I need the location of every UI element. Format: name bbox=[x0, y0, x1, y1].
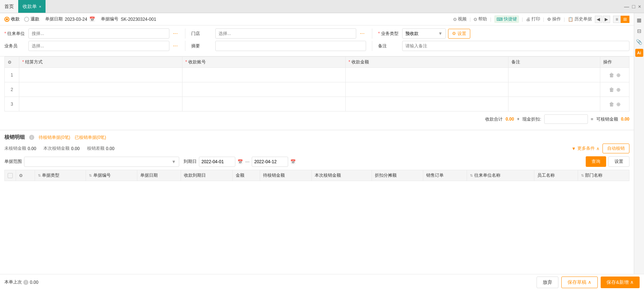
select-all-checkbox[interactable] bbox=[8, 173, 13, 178]
shop-dots-btn[interactable]: ··· bbox=[358, 30, 366, 37]
tab-receipt[interactable]: 收款单 × bbox=[18, 0, 46, 13]
required-mark-counterparty: * bbox=[4, 31, 6, 36]
nav-next[interactable]: ▶ bbox=[603, 16, 610, 23]
help-btn[interactable]: ⊙ 帮助 bbox=[474, 16, 487, 22]
delete-row-3-btn[interactable]: 🗑 bbox=[609, 101, 614, 107]
delete-row-2-btn[interactable]: 🗑 bbox=[609, 87, 614, 93]
toolbar: 收款 退款 单据日期 2023-03-24 📅 单据编号 SK-20230324… bbox=[0, 13, 634, 26]
table-gear-icon[interactable]: ⚙ bbox=[8, 60, 12, 65]
filter-range-select[interactable]: ▼ bbox=[24, 157, 179, 167]
filter-range-field: 单据范围 ▼ bbox=[4, 157, 179, 167]
settlement-cell-1[interactable] bbox=[19, 68, 182, 82]
operation-btn[interactable]: ⚙ 操作 bbox=[547, 16, 561, 22]
video-btn[interactable]: ⊙ 视频 bbox=[453, 16, 467, 22]
tab-home[interactable]: 首页 bbox=[0, 0, 18, 13]
account-cell-1[interactable] bbox=[182, 68, 345, 82]
from-date-calendar-icon[interactable]: 📅 bbox=[237, 159, 243, 164]
more-conditions-btn[interactable]: ▼ 更多条件 ∧ bbox=[572, 145, 600, 152]
bottom-table-gear-icon[interactable]: ⚙ bbox=[19, 173, 23, 178]
th-sales-order: 销售订单 bbox=[423, 170, 467, 181]
amount-cell-1[interactable] bbox=[345, 68, 508, 82]
discount-input[interactable] bbox=[544, 114, 588, 124]
completed-tab-link[interactable]: 已核销单据(0笔) bbox=[75, 134, 106, 141]
th-doc-num-label: 单据编号 bbox=[93, 173, 111, 178]
right-panel-ai-btn[interactable]: Ai bbox=[635, 49, 643, 57]
abandon-btn[interactable]: 放弃 bbox=[537, 277, 558, 288]
copy-row-1-btn[interactable]: ⊕ bbox=[616, 72, 621, 78]
remark-cell-2[interactable] bbox=[508, 82, 600, 97]
business-type-label: * 业务类型 bbox=[378, 31, 400, 37]
radio-refund[interactable]: 退款 bbox=[24, 16, 39, 22]
save-draft-btn[interactable]: 保存草稿 ∧ bbox=[561, 277, 598, 288]
counterparty-dots-btn[interactable]: ··· bbox=[172, 30, 179, 37]
right-panel-list-btn[interactable]: ⊟ bbox=[635, 27, 643, 35]
tab-home-label: 首页 bbox=[4, 3, 14, 10]
writeoff-stats: 未核销金额 0.00 本次核销金额 0.00 核销差额 0.00 ▼ 更多条件 … bbox=[4, 144, 629, 153]
from-date-input[interactable] bbox=[199, 157, 235, 167]
th-employee: 员工名称 bbox=[534, 170, 578, 181]
max-btn[interactable]: □ bbox=[632, 4, 635, 9]
salesman-input[interactable] bbox=[28, 41, 169, 51]
print-btn[interactable]: 🖨 打印 bbox=[526, 16, 540, 22]
copy-row-2-btn[interactable]: ⊕ bbox=[616, 87, 621, 93]
th-doc-type-label: 单据类型 bbox=[42, 173, 59, 178]
pending-tab-link[interactable]: 待核销单据(0笔) bbox=[39, 134, 70, 141]
remark-cell-1[interactable] bbox=[508, 68, 600, 82]
row-num-1: 1 bbox=[5, 68, 19, 82]
config-btn[interactable]: 设置 bbox=[608, 156, 629, 167]
radio-receipt[interactable]: 收款 bbox=[4, 16, 20, 22]
summary-label: 摘要 bbox=[191, 43, 213, 49]
salesman-dots-btn[interactable]: ··· bbox=[172, 43, 179, 49]
auto-writeoff-btn[interactable]: 自动核销 bbox=[602, 144, 629, 153]
history-btn[interactable]: 📋 历史单据 bbox=[568, 16, 592, 22]
right-panel-clip-btn[interactable]: 📎 bbox=[635, 38, 643, 46]
tab-receipt-close[interactable]: × bbox=[39, 4, 41, 9]
diff-stat: 核销差额 0.00 bbox=[87, 145, 114, 152]
help-icon: ⊙ bbox=[474, 17, 477, 22]
query-btn[interactable]: 查询 bbox=[586, 156, 606, 167]
writeoff-info-icon[interactable]: i bbox=[29, 135, 34, 140]
calendar-icon[interactable]: 📅 bbox=[89, 16, 95, 22]
save-new-btn[interactable]: 保存&新增 ∧ bbox=[601, 277, 640, 288]
footer-info-icon[interactable]: i bbox=[23, 280, 28, 285]
right-panel: ▦ ⊟ 📎 Ai bbox=[634, 13, 644, 290]
summary-input[interactable] bbox=[215, 41, 366, 51]
writeoff-section: 核销明细 i 待核销单据(0笔) 已核销单据(0笔) 未核销金额 0.00 本次… bbox=[0, 130, 634, 185]
to-date-input[interactable] bbox=[252, 157, 288, 167]
summary-field: 摘要 bbox=[191, 41, 366, 51]
business-type-select[interactable]: 预收款 ▼ bbox=[402, 28, 446, 39]
history-icon: 📋 bbox=[568, 17, 573, 22]
th-due-date: 收款到期日 bbox=[181, 170, 232, 181]
business-type-field: * 业务类型 预收款 ▼ ⚙ 设置 bbox=[378, 28, 629, 39]
amount-cell-2[interactable] bbox=[345, 82, 508, 97]
table-row: 1 🗑 ⊕ bbox=[5, 68, 629, 82]
right-panel-table-btn[interactable]: ▦ bbox=[635, 16, 643, 24]
footer-stat: 本单上次 i 0.00 bbox=[4, 279, 38, 285]
radio-receipt-indicator bbox=[4, 17, 9, 22]
shortcut-btn[interactable]: ⌨ 快捷键 bbox=[494, 15, 519, 23]
to-date-calendar-icon[interactable]: 📅 bbox=[290, 159, 296, 164]
counterparty-label: * 往来单位 bbox=[4, 31, 26, 37]
writeoff-label: 可核销金额 bbox=[596, 116, 618, 122]
settings-button[interactable]: ⚙ 设置 bbox=[448, 29, 470, 39]
copy-row-3-btn[interactable]: ⊕ bbox=[616, 101, 621, 107]
delete-row-1-btn[interactable]: 🗑 bbox=[609, 72, 614, 78]
view-grid-btn[interactable]: ⊞ bbox=[621, 16, 629, 23]
settlement-cell-2[interactable] bbox=[19, 82, 182, 97]
th-settlement: * 结算方式 bbox=[19, 57, 182, 68]
th-doc-num: ⇅ 单据编号 bbox=[86, 170, 137, 181]
account-cell-3[interactable] bbox=[182, 97, 345, 111]
view-list-btn[interactable]: ≡ bbox=[613, 16, 621, 23]
writeoff-right: ▼ 更多条件 ∧ 自动核销 bbox=[572, 144, 629, 153]
account-cell-2[interactable] bbox=[182, 82, 345, 97]
shop-input[interactable] bbox=[215, 28, 356, 39]
amount-cell-3[interactable] bbox=[345, 97, 508, 111]
remark-cell-3[interactable] bbox=[508, 97, 600, 111]
close-btn[interactable]: × bbox=[638, 4, 641, 9]
remark-input[interactable] bbox=[402, 41, 629, 51]
shop-label: 门店 bbox=[191, 31, 213, 37]
min-btn[interactable]: — bbox=[624, 4, 629, 9]
settlement-cell-3[interactable] bbox=[19, 97, 182, 111]
nav-prev[interactable]: ◀ bbox=[595, 16, 602, 23]
counterparty-input[interactable] bbox=[28, 28, 169, 39]
